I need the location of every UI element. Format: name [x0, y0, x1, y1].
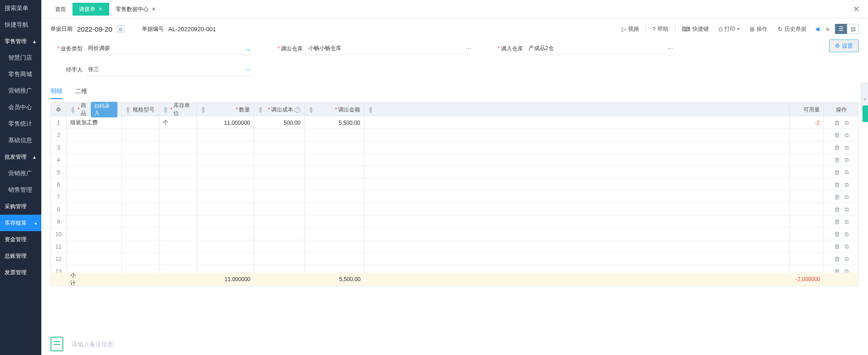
- video-button[interactable]: ▷视频: [618, 23, 643, 35]
- cell-cost[interactable]: [254, 166, 305, 178]
- copy-icon[interactable]: ⧉: [845, 144, 849, 151]
- ops-button[interactable]: ⊞操作: [746, 23, 771, 35]
- history-button[interactable]: ↻历史单据: [774, 23, 810, 35]
- cell-cost[interactable]: [254, 265, 305, 272]
- close-icon[interactable]: ✕: [98, 3, 103, 16]
- print-button[interactable]: ⎙打印▾: [715, 23, 743, 35]
- cell-spec[interactable]: [122, 216, 159, 228]
- cell-unit[interactable]: [159, 154, 197, 166]
- prev-doc-button[interactable]: ◀: [813, 24, 821, 34]
- shortcut-button[interactable]: ⌨快捷键: [678, 23, 712, 35]
- sidebar-item-salesmgmt[interactable]: 销售管理: [0, 182, 41, 198]
- cell-qty[interactable]: [197, 166, 254, 178]
- doc-date-value[interactable]: 2022-09-20: [77, 25, 112, 33]
- th-available[interactable]: 可用量: [790, 103, 824, 116]
- cell-unit[interactable]: [159, 216, 197, 228]
- copy-icon[interactable]: ⧉: [845, 119, 849, 127]
- cell-amount[interactable]: [305, 265, 364, 272]
- cell-cost[interactable]: [254, 129, 305, 141]
- th-amount[interactable]: ▲▼*调出金额: [305, 103, 364, 116]
- handler-input[interactable]: 张三⋯: [86, 63, 252, 76]
- biztype-input[interactable]: 同价调拨⌄: [86, 42, 252, 55]
- cell-amount[interactable]: [305, 166, 364, 178]
- cell-unit[interactable]: [159, 265, 197, 272]
- cell-spec[interactable]: [122, 240, 159, 253]
- sidebar-search[interactable]: 搜索菜单: [0, 0, 41, 17]
- cell-spec[interactable]: [122, 203, 159, 216]
- delete-icon[interactable]: 🗑: [834, 268, 840, 272]
- table-row[interactable]: 1组装加工费个11.000000500.005,500.00-2🗑⧉: [51, 116, 858, 129]
- table-row[interactable]: 12🗑⧉: [51, 253, 858, 265]
- cell-qty[interactable]: [197, 216, 254, 228]
- cell-amount[interactable]: [305, 203, 364, 216]
- table-row[interactable]: 10🗑⧉: [51, 228, 858, 240]
- th-gear[interactable]: ⚙: [51, 103, 67, 116]
- tab-home[interactable]: 首页: [49, 3, 72, 16]
- delete-icon[interactable]: 🗑: [834, 206, 840, 213]
- sidebar-group-purchase[interactable]: 采购管理: [0, 198, 41, 215]
- delete-icon[interactable]: 🗑: [834, 194, 840, 200]
- cell-unit[interactable]: 个: [159, 116, 197, 129]
- cell-qty[interactable]: 11.000000: [197, 116, 254, 129]
- cell-amount[interactable]: [305, 191, 364, 203]
- cell-cost[interactable]: [254, 154, 305, 166]
- sidebar-group-inventory[interactable]: 库存核算◂: [0, 215, 41, 231]
- th-cost[interactable]: ▲▼*调出成本?: [254, 103, 305, 116]
- cell-cost[interactable]: [254, 141, 305, 154]
- sidebar-group-funds[interactable]: 资金管理: [0, 231, 41, 248]
- delete-icon[interactable]: 🗑: [834, 181, 840, 188]
- dstwh-input[interactable]: 产成品2仓⋯: [527, 42, 674, 55]
- view-list-button[interactable]: ☰: [835, 24, 847, 34]
- cell-amount[interactable]: [305, 253, 364, 265]
- delete-icon[interactable]: 🗑: [834, 243, 840, 250]
- copy-icon[interactable]: ⧉: [845, 268, 849, 273]
- sidebar-item-retailmall[interactable]: 零售商城: [0, 66, 41, 83]
- cell-unit[interactable]: [159, 191, 197, 203]
- cell-spec[interactable]: [122, 178, 159, 191]
- close-icon[interactable]: ✕: [151, 3, 156, 16]
- cell-qty[interactable]: [197, 240, 254, 253]
- cell-cost[interactable]: [254, 191, 305, 203]
- cell-amount[interactable]: 5,500.00: [305, 116, 364, 129]
- sidebar-group-ledger[interactable]: 总账管理: [0, 248, 41, 264]
- cell-spec[interactable]: [122, 191, 159, 203]
- table-row[interactable]: 13🗑⧉: [51, 265, 858, 272]
- help-button[interactable]: ?帮助: [649, 23, 672, 35]
- cell-cost[interactable]: [254, 203, 305, 216]
- cell-amount[interactable]: [305, 216, 364, 228]
- delete-icon[interactable]: 🗑: [834, 144, 840, 151]
- th-spec[interactable]: ▲▼规格型号: [122, 103, 159, 116]
- cell-product[interactable]: [67, 178, 122, 191]
- table-row[interactable]: 11🗑⧉: [51, 240, 858, 253]
- copy-icon[interactable]: ⧉: [845, 181, 849, 189]
- table-row[interactable]: 7🗑⧉: [51, 191, 858, 203]
- delete-icon[interactable]: 🗑: [834, 119, 840, 126]
- view-card-button[interactable]: ▤: [847, 24, 859, 34]
- cell-spec[interactable]: [122, 166, 159, 178]
- table-row[interactable]: 8🗑⧉: [51, 203, 858, 216]
- cell-cost[interactable]: [254, 228, 305, 240]
- tab-transfer-order[interactable]: 调拨单✕: [72, 3, 109, 16]
- cell-cost[interactable]: [254, 240, 305, 253]
- copy-icon[interactable]: ⧉: [845, 156, 849, 164]
- table-row[interactable]: 9🗑⧉: [51, 216, 858, 228]
- cell-unit[interactable]: [159, 178, 197, 191]
- sidebar-group-wholesale[interactable]: 批发管理▲: [0, 149, 41, 165]
- cell-amount[interactable]: [305, 154, 364, 166]
- table-row[interactable]: 5🗑⧉: [51, 166, 858, 178]
- settings-button[interactable]: ⚙设置: [829, 39, 859, 52]
- subtab-detail[interactable]: 明细: [50, 84, 62, 99]
- sidebar-quicknav[interactable]: 快捷导航: [0, 17, 41, 33]
- cell-spec[interactable]: [122, 253, 159, 265]
- delete-icon[interactable]: 🗑: [834, 156, 840, 163]
- table-row[interactable]: 2🗑⧉: [51, 129, 858, 141]
- cell-spec[interactable]: [122, 228, 159, 240]
- cell-qty[interactable]: [197, 141, 254, 154]
- delete-icon[interactable]: 🗑: [834, 132, 840, 139]
- next-doc-button[interactable]: ▶: [824, 24, 832, 34]
- sidebar-item-marketing2[interactable]: 营销推广: [0, 165, 41, 182]
- cell-cost[interactable]: 500.00: [254, 116, 305, 129]
- cell-qty[interactable]: [197, 154, 254, 166]
- cell-qty[interactable]: [197, 265, 254, 272]
- cell-unit[interactable]: [159, 203, 197, 216]
